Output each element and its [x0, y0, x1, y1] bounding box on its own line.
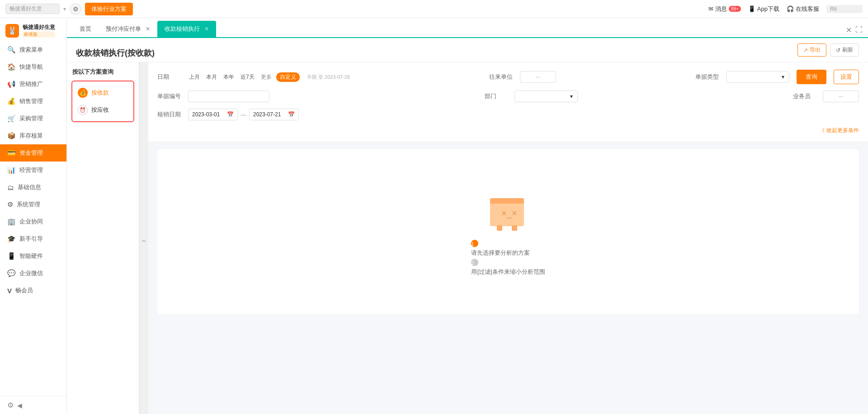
reconcile-date-label: 核销日期 [157, 110, 181, 119]
app-download-label: App下载 [757, 5, 779, 13]
shortcut-more[interactable]: 更多 [259, 72, 274, 82]
collapse-more-label: 收起更多条件 [826, 127, 859, 134]
sidebar-label-marketing: 营销推广 [19, 80, 43, 88]
date-no-limit-hint: 不限 至 2023-07-26 [307, 74, 350, 81]
sidebar-item-quick-nav[interactable]: 🏠 快捷导航 [0, 58, 66, 76]
query-row-3: 核销日期 2023-03-01 📅 — 2023-07-21 📅 [157, 109, 859, 120]
reconcile-start-value: 2023-03-01 [192, 111, 220, 118]
message-item[interactable]: ✉ 消息 99+ [708, 5, 741, 13]
settings-icon[interactable]: ⚙ [70, 3, 81, 15]
system-icon: ⚙ [7, 200, 13, 209]
tab-prepay[interactable]: 预付冲应付单 ✕ [99, 21, 157, 37]
receipt-icon: 💰 [78, 88, 88, 98]
trial-button[interactable]: 体验行业方案 [85, 3, 133, 15]
finance-icon: 💳 [7, 149, 16, 157]
sidebar-label-finance: 资金管理 [19, 149, 43, 157]
tab-receipt[interactable]: 收款核销执行 ✕ [157, 21, 216, 37]
logo-icon: 🐰 [5, 24, 19, 38]
sidebar-collapse-icon[interactable]: ◀ [17, 402, 22, 409]
dept-chevron: ▾ [570, 93, 573, 100]
sidebar-item-operation[interactable]: 📊 经营管理 [0, 162, 66, 179]
svg-text:×_×: ×_× [501, 208, 517, 219]
tab-expand-icon[interactable]: ⛶ [855, 26, 863, 34]
sidebar-item-search[interactable]: 🔍 搜索菜单 [0, 41, 66, 58]
sidebar-item-wechat[interactable]: 💬 企业微信 [0, 265, 66, 282]
svg-rect-3 [497, 225, 502, 231]
shortcut-custom[interactable]: 自定义 [276, 72, 300, 82]
sidebar-logo: 🐰 畅捷通好生意 标准版 [0, 18, 66, 41]
company-chevron-icon[interactable]: ▾ [63, 6, 66, 12]
hardware-icon: 📱 [7, 252, 16, 260]
sidebar-settings-icon[interactable]: ⚙ [7, 401, 14, 409]
shortcut-this-month[interactable]: 本月 [204, 72, 219, 82]
sidebar-item-finance[interactable]: 💳 资金管理 [0, 144, 66, 162]
tab-receipt-close[interactable]: ✕ [204, 26, 209, 32]
counterparty-input[interactable]: ··· [520, 71, 556, 83]
sidebar-item-member[interactable]: V 畅会员 [0, 282, 66, 299]
reconcile-start-date[interactable]: 2023-03-01 📅 [188, 109, 238, 120]
query-button[interactable]: 查询 [797, 70, 826, 84]
calendar-start-icon: 📅 [227, 111, 234, 118]
sidebar-item-system[interactable]: ⚙ 系统管理 [0, 196, 66, 213]
user-block[interactable]: Rit [826, 5, 863, 13]
collapse-more-area: 《 收起更多条件 [157, 127, 859, 134]
refresh-button[interactable]: ↺ 刷新 [830, 43, 859, 57]
online-service-item[interactable]: 🎧 在线客服 [787, 5, 819, 13]
tab-receipt-label: 收款核销执行 [165, 25, 200, 33]
reconcile-date-range: 2023-03-01 📅 — 2023-07-21 📅 [188, 109, 299, 120]
filter-box: 💰 按收款 ⏰ 按应收 [71, 81, 134, 122]
doc-no-input[interactable] [188, 90, 269, 102]
shortcut-7days[interactable]: 近7天 [239, 72, 256, 82]
date-shortcuts: 上月 本月 本年 近7天 更多 自定义 [187, 72, 300, 82]
filter-item-by-receipt[interactable]: 💰 按收款 [72, 84, 133, 101]
filter-collapse-button[interactable]: 《 [139, 62, 148, 414]
filter-by-receipt-label: 按收款 [91, 89, 109, 97]
collapse-more-button[interactable]: 《 收起更多条件 [819, 127, 859, 134]
svg-rect-4 [512, 225, 517, 231]
sidebar-label-search: 搜索菜单 [19, 46, 43, 54]
doc-no-label: 单据编号 [157, 92, 181, 100]
main-content: 首页 预付冲应付单 ✕ 收款核销执行 ✕ ✕ ⛶ 收款核销执行(按收款) ↗ 导… [67, 18, 868, 414]
refresh-icon: ↺ [836, 47, 840, 53]
empty-tips: 1 请先选择要分析的方案 2 用[过滤]条件来缩小分析范围 [471, 240, 545, 278]
sidebar-item-purchase[interactable]: 🛒 采购管理 [0, 110, 66, 127]
dept-select[interactable]: ▾ [514, 90, 578, 102]
search-icon: 🔍 [7, 46, 16, 54]
export-label: 导出 [810, 46, 821, 54]
sidebar: 🐰 畅捷通好生意 标准版 🔍 搜索菜单 🏠 快捷导航 📢 营销推广 💰 销售管理… [0, 18, 67, 414]
sales-icon: 💰 [7, 97, 16, 105]
guide-icon: 🎓 [7, 235, 16, 243]
shortcut-this-year[interactable]: 本年 [222, 72, 236, 82]
message-label: 消息 [715, 5, 727, 13]
date-label: 日期 [157, 73, 180, 81]
doc-type-select[interactable]: ▾ [726, 71, 789, 83]
page-header: 收款核销执行(按收款) ↗ 导出 ↺ 刷新 [67, 38, 868, 62]
marketing-icon: 📢 [7, 80, 16, 88]
sidebar-item-inventory[interactable]: 📦 库存核算 [0, 127, 66, 144]
sidebar-item-guide[interactable]: 🎓 新手引导 [0, 230, 66, 247]
app-download-item[interactable]: 📱 App下载 [748, 5, 779, 13]
shortcut-last-month[interactable]: 上月 [187, 72, 202, 82]
tab-prepay-close[interactable]: ✕ [146, 26, 150, 32]
reconcile-end-value: 2023-07-21 [253, 111, 281, 118]
purchase-icon: 🛒 [7, 114, 16, 123]
tab-close-all-icon[interactable]: ✕ [846, 26, 852, 34]
sidebar-label-quick-nav: 快捷导航 [19, 63, 43, 71]
employee-input[interactable]: ··· [823, 90, 859, 102]
filter-item-by-payable[interactable]: ⏰ 按应收 [72, 101, 133, 119]
sidebar-item-hardware[interactable]: 📱 智能硬件 [0, 247, 66, 265]
sidebar-item-enterprise[interactable]: 🏢 企业协同 [0, 213, 66, 230]
sidebar-bottom: ⚙ ◀ [0, 396, 66, 414]
sidebar-item-sales[interactable]: 💰 销售管理 [0, 93, 66, 110]
empty-illustration: ×_× [481, 186, 535, 231]
tab-home[interactable]: 首页 [72, 21, 99, 37]
export-icon: ↗ [803, 47, 808, 53]
export-button[interactable]: ↗ 导出 [797, 43, 826, 57]
sidebar-item-basic[interactable]: 🗂 基础信息 [0, 179, 66, 196]
settings-button[interactable]: 设置 [834, 70, 859, 84]
filter-panel-title: 按以下方案查询 [67, 68, 139, 81]
doc-type-label: 单据类型 [695, 73, 719, 81]
reconcile-end-date[interactable]: 2023-07-21 📅 [249, 109, 299, 120]
sidebar-item-marketing[interactable]: 📢 营销推广 [0, 76, 66, 93]
company-input[interactable]: 畅捷通好生意 [5, 4, 60, 14]
